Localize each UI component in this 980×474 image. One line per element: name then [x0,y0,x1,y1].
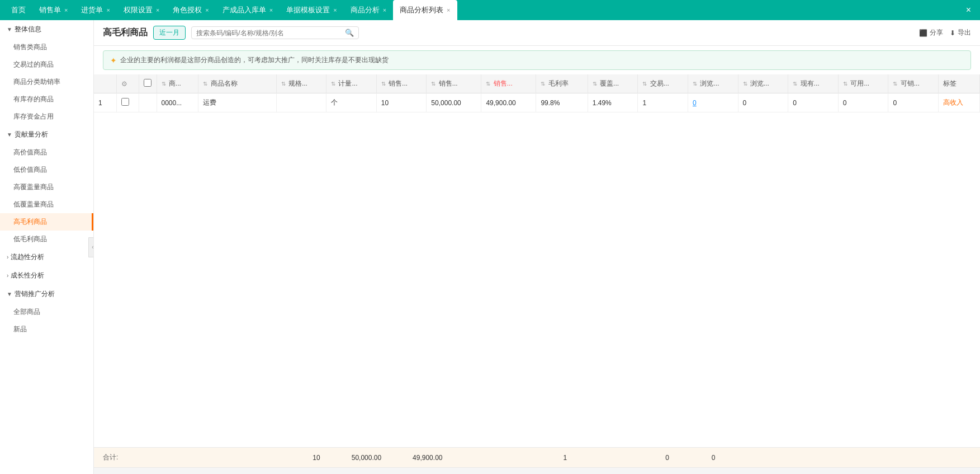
col-saleable-stock[interactable]: ⇅ 可销... [888,74,939,93]
cell-index: 1 [94,93,116,112]
sidebar-group-overall[interactable]: ▼ 整体信息 [0,20,93,39]
total-values: 10 50,000.00 49,900.00 1 0 0 [129,454,971,462]
sidebar-item-stock-capital[interactable]: 库存资金占用 [0,108,93,125]
sidebar-item-all-goods[interactable]: 全部商品 [0,303,93,321]
content-header: 高毛利商品 近一月 🔍 ⬛ 分享 ⬇ 导出 [94,20,980,46]
col-txn[interactable]: ⇅ 交易... [638,74,688,93]
close-template-tab[interactable]: × [333,7,337,13]
table-container: ⚙ ⇅ 商... ⇅ 商品名称 [94,74,980,447]
sidebar: ▼ 整体信息 销售类商品 交易过的商品 商品分类助销率 有库存的商品 库存资金占… [0,20,94,474]
sidebar-group-growth[interactable]: › 成长性分析 [0,266,93,285]
col-sale-profit[interactable]: ⇅ 销售... [481,74,536,93]
nav-template[interactable]: 单据模板设置 × [280,0,343,20]
filter-recent-month[interactable]: 近一月 [153,26,186,40]
total-sale-qty: 10 [308,454,324,462]
close-analysis-tab[interactable]: × [383,7,386,13]
sidebar-item-new-goods[interactable]: 新品 [0,321,93,338]
arrow-growth: › [7,273,8,279]
sidebar-item-low-margin[interactable]: 低毛利商品 [0,231,93,248]
cell-tag: 高收入 [939,93,980,112]
sidebar-item-high-value[interactable]: 高价值商品 [0,144,93,161]
col-checkbox [139,74,157,93]
sidebar-group-contribution[interactable]: ▼ 贡献量分析 [0,125,93,144]
col-code[interactable]: ⇅ 商... [157,74,198,93]
cell-coverage: 1.49% [588,93,638,112]
cell-view1[interactable]: 0 [688,93,738,112]
table-row: 1 0000... 运费 个 10 50,000.00 49,900.00 99… [94,93,980,112]
data-table: ⚙ ⇅ 商... ⇅ 商品名称 [94,74,980,112]
total-sale-profit: 49,900.00 [408,454,447,462]
cell-checkbox[interactable] [116,93,139,112]
sidebar-item-sales-goods[interactable]: 销售类商品 [0,39,93,56]
total-label: 合计: [103,453,118,462]
col-sale-amt[interactable]: ⇅ 销售... [427,74,481,93]
total-txn: 1 [558,454,571,462]
col-view1[interactable]: ⇅ 浏览... [688,74,738,93]
export-button[interactable]: ⬇ 导出 [950,28,971,37]
nav-purchase[interactable]: 进货单 × [74,0,116,20]
content-area: 高毛利商品 近一月 🔍 ⬛ 分享 ⬇ 导出 ✦ 企业的主要的利润都是这部分商品创… [94,20,980,474]
arrow-trend: › [7,254,8,260]
col-tag[interactable]: 标签 [939,74,980,93]
search-box: 🔍 [191,26,359,39]
cell-sale-amt: 50,000.00 [427,93,481,112]
cell-view2: 0 [738,93,788,112]
sidebar-item-low-coverage[interactable]: 低覆盖量商品 [0,196,93,213]
close-sales-tab[interactable]: × [64,7,68,13]
col-view2[interactable]: ⇅ 浏览... [738,74,788,93]
col-spec[interactable]: ⇅ 规格... [276,74,326,93]
close-roles-tab[interactable]: × [205,7,209,13]
search-icon[interactable]: 🔍 [345,29,354,37]
close-analysis-list-tab[interactable]: × [447,7,450,13]
cell-empty [139,93,157,112]
close-permissions-tab[interactable]: × [156,7,159,13]
cell-name: 运费 [198,93,276,112]
nav-analysis-list[interactable]: 商品分析列表 × [393,0,457,20]
close-purchase-tab[interactable]: × [106,7,110,13]
nav-products-in[interactable]: 产成品入库单 × [216,0,280,20]
col-unit[interactable]: ⇅ 计量... [326,74,377,93]
sidebar-item-category-rate[interactable]: 商品分类助销率 [0,73,93,91]
col-settings[interactable]: ⚙ [116,74,139,93]
cell-txn: 1 [638,93,688,112]
sidebar-collapse-button[interactable]: « [88,237,94,257]
select-all-checkbox[interactable] [144,79,152,87]
share-button[interactable]: ⬛ 分享 [919,28,943,37]
arrow-contribution: ▼ [7,132,12,138]
settings-icon[interactable]: ⚙ [121,80,127,88]
scroll-bar[interactable] [94,467,980,474]
cell-spec [276,93,326,112]
total-bar: 合计: 10 50,000.00 49,900.00 1 0 0 [94,447,980,467]
col-name[interactable]: ⇅ 商品名称 [198,74,276,93]
cell-unit: 个 [326,93,377,112]
col-margin-rate[interactable]: ⇅ 毛利率 [536,74,588,93]
col-sale-qty[interactable]: ⇅ 销售... [376,74,427,93]
sidebar-item-high-coverage[interactable]: 高覆盖量商品 [0,179,93,196]
total-sale-amt: 50,000.00 [347,454,386,462]
col-current-stock[interactable]: ⇅ 现有... [788,74,839,93]
sidebar-item-high-margin[interactable]: 高毛利商品 [0,213,93,231]
top-nav: 首页 销售单 × 进货单 × 权限设置 × 角色授权 × 产成品入库单 × 单据… [0,0,980,20]
col-available-stock[interactable]: ⇅ 可用... [838,74,888,93]
sidebar-item-traded-goods[interactable]: 交易过的商品 [0,56,93,73]
header-actions: ⬛ 分享 ⬇ 导出 [919,28,971,37]
nav-home[interactable]: 首页 [4,0,32,20]
total-available: 0 [707,454,720,462]
table-header-row: ⚙ ⇅ 商... ⇅ 商品名称 [94,74,980,93]
sidebar-item-stocked-goods[interactable]: 有库存的商品 [0,91,93,108]
nav-roles[interactable]: 角色授权 × [166,0,215,20]
nav-sales[interactable]: 销售单 × [32,0,74,20]
window-close-button[interactable]: × [962,5,976,15]
export-icon: ⬇ [950,29,955,37]
col-coverage[interactable]: ⇅ 覆盖... [588,74,638,93]
sidebar-item-low-value[interactable]: 低价值商品 [0,161,93,179]
nav-analysis[interactable]: 商品分析 × [344,0,393,20]
row-checkbox[interactable] [121,98,129,106]
cell-code: 0000... [157,93,198,112]
sidebar-group-marketing[interactable]: ▼ 营销推广分析 [0,285,93,303]
sidebar-group-trend[interactable]: › 流趋性分析 [0,248,93,266]
search-input[interactable] [196,29,345,37]
close-products-in-tab[interactable]: × [269,7,273,13]
info-icon: ✦ [110,56,117,65]
nav-permissions[interactable]: 权限设置 × [117,0,166,20]
